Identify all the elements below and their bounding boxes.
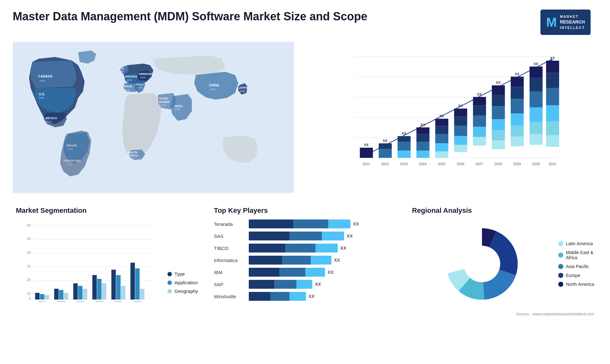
svg-text:2028: 2028	[494, 162, 502, 166]
player-name: Winshuttle	[214, 294, 246, 299]
svg-rect-91	[511, 113, 524, 125]
svg-text:SPAIN: SPAIN	[123, 85, 132, 88]
type-dot	[167, 272, 172, 276]
svg-rect-138	[92, 275, 97, 300]
players-title: Top Key Players	[214, 206, 396, 215]
segmentation-legend: Type Application Geography	[167, 271, 198, 303]
svg-rect-98	[530, 91, 543, 107]
player-name: Terarada	[214, 221, 246, 227]
svg-text:20: 20	[27, 278, 30, 282]
svg-text:xx%: xx%	[140, 76, 146, 79]
svg-rect-107	[546, 105, 559, 121]
list-item: Terarada XX	[214, 219, 396, 228]
svg-text:2027: 2027	[476, 162, 483, 166]
geography-dot	[167, 289, 172, 293]
svg-text:CANADA: CANADA	[38, 75, 52, 78]
top-section: CANADA xx% U.S. xx% MEXICO xx% BRAZIL xx…	[13, 41, 597, 194]
list-item: SAP XX	[214, 280, 396, 289]
logo-line1: MARKET	[560, 14, 585, 19]
svg-rect-148	[140, 289, 145, 300]
svg-text:40: 40	[27, 251, 30, 254]
svg-text:xx%: xx%	[137, 86, 142, 89]
list-item: SAS XX	[214, 232, 396, 240]
svg-rect-139	[97, 279, 102, 300]
svg-rect-134	[73, 283, 78, 300]
svg-rect-128	[45, 295, 49, 300]
svg-text:2021: 2021	[38, 300, 46, 302]
svg-text:xx%: xx%	[46, 120, 52, 123]
legend-geography: Geography	[167, 288, 198, 294]
player-value: XX	[308, 294, 315, 299]
mea-dot	[558, 253, 563, 258]
player-value: XX	[334, 258, 340, 263]
svg-text:U.S.: U.S.	[39, 92, 45, 96]
svg-text:ARGENTINA: ARGENTINA	[64, 159, 81, 162]
segmentation-section: Market Segmentation 60 50 40 30 20 10 0	[13, 203, 201, 320]
svg-point-155	[464, 246, 499, 281]
svg-rect-70	[454, 145, 467, 152]
svg-rect-127	[40, 294, 44, 300]
svg-rect-146	[131, 263, 135, 300]
svg-rect-130	[54, 289, 59, 300]
svg-text:10: 10	[27, 292, 30, 295]
player-value: XX	[347, 233, 353, 239]
player-value: XX	[340, 246, 346, 251]
svg-rect-100	[530, 122, 543, 134]
players-section: Top Key Players Terarada XX SAS	[211, 203, 399, 320]
svg-rect-54	[417, 134, 430, 142]
growth-bar-chart: XX 2021 XX 2022 XX 2023 XX 2024	[303, 41, 597, 194]
list-item: TIBCO XX	[214, 244, 396, 253]
svg-text:FRANCE: FRANCE	[125, 75, 138, 78]
svg-text:MEXICO: MEXICO	[45, 117, 57, 120]
legend-europe: Europe	[558, 273, 594, 278]
svg-text:XX: XX	[458, 104, 463, 108]
svg-rect-140	[102, 283, 106, 300]
logo: M MARKET RESEARCH INTELLECT	[534, 10, 597, 35]
svg-text:SAUDI: SAUDI	[159, 97, 168, 100]
svg-text:XX: XX	[477, 92, 482, 96]
svg-rect-106	[546, 88, 559, 105]
svg-rect-96	[530, 66, 543, 78]
svg-text:2022: 2022	[381, 162, 389, 166]
svg-rect-67	[454, 117, 467, 126]
europe-dot	[558, 273, 563, 278]
player-name: SAP	[214, 282, 246, 287]
legend-latin-america: Latin America	[558, 241, 594, 246]
svg-rect-49	[397, 142, 410, 151]
svg-text:xx%: xx%	[67, 147, 73, 151]
type-label: Type	[174, 271, 185, 277]
player-name: SAS	[214, 233, 246, 239]
player-value: XX	[315, 282, 321, 287]
svg-rect-61	[435, 134, 448, 143]
svg-rect-105	[546, 73, 559, 88]
svg-text:xx%: xx%	[160, 104, 166, 107]
svg-rect-126	[35, 293, 40, 300]
svg-text:60: 60	[27, 223, 30, 227]
svg-rect-89	[511, 87, 524, 99]
north-america-dot	[558, 282, 563, 287]
svg-text:ITALY: ITALY	[136, 83, 144, 86]
svg-text:XX: XX	[496, 81, 501, 84]
page-header: Master Data Management (MDM) Software Ma…	[13, 10, 597, 35]
svg-rect-135	[78, 286, 83, 300]
svg-text:xx%: xx%	[240, 90, 245, 93]
svg-rect-99	[530, 107, 543, 122]
legend-mea: Middle East &Africa	[558, 250, 594, 260]
svg-rect-143	[116, 275, 121, 300]
europe-label: Europe	[566, 273, 580, 278]
svg-rect-109	[546, 135, 559, 147]
svg-rect-56	[417, 151, 430, 158]
svg-text:GERMANY: GERMANY	[139, 72, 154, 76]
svg-text:2022: 2022	[57, 300, 65, 302]
svg-rect-85	[492, 140, 505, 149]
svg-text:XX: XX	[402, 131, 406, 135]
svg-text:XX: XX	[550, 56, 555, 60]
svg-text:SOUTH: SOUTH	[127, 151, 138, 154]
svg-rect-59	[435, 119, 448, 126]
svg-text:2024: 2024	[419, 162, 427, 166]
svg-rect-144	[121, 286, 125, 300]
svg-rect-66	[454, 109, 467, 117]
svg-text:xx%: xx%	[128, 158, 134, 161]
svg-text:XX: XX	[515, 72, 519, 76]
svg-text:XX: XX	[383, 139, 388, 143]
